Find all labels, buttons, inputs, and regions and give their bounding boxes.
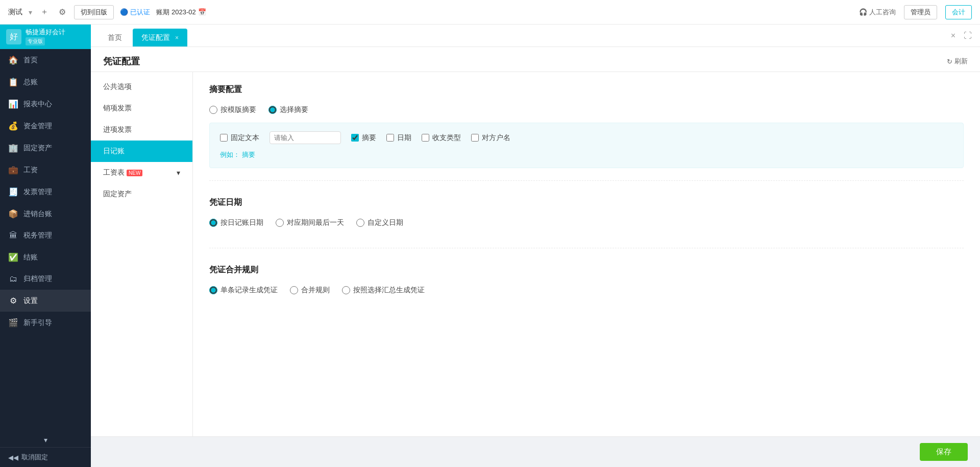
calendar-icon[interactable]: 📅 (198, 8, 206, 16)
sidebar-label-tax: 税务管理 (23, 231, 52, 240)
sidebar-item-invoices[interactable]: 🧾 发票管理 (0, 181, 91, 203)
tab-voucher-config[interactable]: 凭证配置 × (133, 29, 187, 46)
fixed-text-input[interactable] (270, 131, 341, 144)
nav-item-sales-invoice[interactable]: 销项发票 (91, 98, 192, 119)
role-button[interactable]: 管理员 (904, 5, 937, 19)
summary-checkbox-row: 固定文本 摘要 日期 (220, 131, 953, 144)
sidebar-item-tax[interactable]: 🏛 税务管理 (0, 225, 91, 246)
checkbox-payment-input[interactable] (422, 134, 429, 142)
sidebar-collapse-button[interactable]: ◀◀ 取消固定 (8, 453, 83, 462)
summary-radio-group: 按模版摘要 选择摘要 (209, 105, 964, 114)
nav-label-journal: 日记账 (103, 147, 125, 155)
radio-merge-input[interactable] (290, 286, 298, 294)
nav-label-public: 公共选项 (103, 82, 132, 90)
radio-select-summary[interactable]: 选择摘要 (268, 105, 308, 114)
fullscreen-button[interactable]: ⛶ (962, 29, 974, 42)
fixed-text-label: 固定文本 (231, 133, 259, 143)
home-icon: 🏠 (8, 55, 18, 65)
sidebar-item-ledger[interactable]: 📋 总账 (0, 71, 91, 93)
radio-summary-generate[interactable]: 按照选择汇总生成凭证 (342, 286, 425, 295)
nav-item-public[interactable]: 公共选项 (91, 76, 192, 98)
sidebar-label-closing: 结账 (23, 253, 38, 262)
sidebar-item-reports[interactable]: 📊 报表中心 (0, 93, 91, 115)
switch-version-button[interactable]: 切到旧版 (74, 5, 114, 19)
radio-single-record[interactable]: 单条记录生成凭证 (209, 286, 278, 295)
expand-icon: ▾ (177, 169, 180, 177)
closing-icon: ✅ (8, 252, 18, 262)
config-panel: 摘要配置 按模版摘要 选择摘要 (193, 72, 980, 436)
reports-icon: 📊 (8, 99, 18, 109)
close-tab-button[interactable]: × (949, 29, 958, 42)
logo-app-name: 畅捷通好会计 (26, 28, 65, 37)
checkbox-summary-input[interactable] (351, 134, 359, 142)
accountant-button[interactable]: 会计 (945, 5, 972, 19)
refresh-icon: ↻ (947, 58, 952, 65)
radio-merge-rule[interactable]: 合并规则 (290, 286, 330, 295)
checkbox-fixed-text-input[interactable] (220, 134, 228, 142)
radio-custom-date-label: 自定义日期 (368, 218, 403, 227)
radio-journal-date[interactable]: 按日记账日期 (209, 218, 263, 227)
sidebar-item-closing[interactable]: ✅ 结账 (0, 246, 91, 268)
sidebar-label-funds: 资金管理 (23, 122, 52, 131)
nav-item-purchase-invoice[interactable]: 进项发票 (91, 119, 192, 141)
refresh-button[interactable]: ↻ 刷新 (947, 57, 968, 66)
sidebar-item-funds[interactable]: 💰 资金管理 (0, 115, 91, 137)
sidebar-item-settings[interactable]: ⚙ 设置 (0, 290, 91, 312)
checkbox-counterparty-input[interactable] (471, 134, 479, 142)
tab-close-icon[interactable]: × (175, 34, 179, 41)
checkbox-date[interactable]: 日期 (386, 133, 411, 143)
checkbox-summary[interactable]: 摘要 (351, 133, 376, 143)
merge-section: 凭证合并规则 单条记录生成凭证 合并规则 按照选择汇总生成凭证 (209, 265, 964, 315)
sidebar-scroll-down[interactable]: ▾ (0, 433, 91, 447)
settings-icon: ⚙ (8, 296, 18, 306)
logo-text-block: 畅捷通好会计 专业版 (26, 28, 65, 46)
checkbox-payment-type[interactable]: 收支类型 (422, 133, 461, 143)
nav-item-fixed-assets[interactable]: 固定资产 (91, 183, 192, 205)
checkbox-fixed-text[interactable]: 固定文本 (220, 133, 259, 143)
sidebar-item-archive[interactable]: 🗂 归档管理 (0, 268, 91, 290)
project-name: 测试 (8, 8, 22, 17)
refresh-label: 刷新 (954, 57, 968, 66)
checkbox-date-input[interactable] (386, 134, 394, 142)
nav-label-sales-invoice: 销项发票 (103, 104, 132, 112)
radio-select-input[interactable] (268, 106, 277, 114)
sidebar-item-sales[interactable]: 📦 进销台账 (0, 203, 91, 225)
page-header: 凭证配置 ↻ 刷新 (91, 47, 980, 72)
radio-custom-date-input[interactable] (356, 219, 364, 227)
radio-template-summary[interactable]: 按模版摘要 (209, 105, 256, 114)
date-title: 凭证日期 (209, 197, 964, 208)
settings-icon[interactable]: ⚙ (57, 5, 68, 19)
consult-button[interactable]: 🎧 人工咨询 (859, 8, 896, 17)
summary-section: 摘要配置 按模版摘要 选择摘要 (209, 84, 964, 181)
radio-template-input[interactable] (209, 106, 217, 114)
sidebar-item-guide[interactable]: 🎬 新手引导 (0, 312, 91, 334)
sidebar-label-payroll: 工资 (23, 166, 38, 175)
radio-journal-date-input[interactable] (209, 219, 217, 227)
checkbox-counterparty[interactable]: 对方户名 (471, 133, 510, 143)
nav-item-payroll[interactable]: 工资表 NEW ▾ (91, 162, 192, 183)
radio-period-last-input[interactable] (276, 219, 284, 227)
radio-custom-date[interactable]: 自定义日期 (356, 218, 403, 227)
radio-single-input[interactable] (209, 286, 217, 294)
save-button[interactable]: 保存 (920, 443, 968, 461)
nav-item-journal[interactable]: 日记账 (91, 141, 192, 162)
nav-label-payroll: 工资表 (103, 168, 125, 177)
tab-voucher-label: 凭证配置 (141, 33, 170, 41)
payroll-icon: 💼 (8, 165, 18, 175)
assets-icon: 🏢 (8, 143, 18, 153)
sidebar-logo: 好 畅捷通好会计 专业版 (0, 25, 91, 49)
sidebar-item-home[interactable]: 🏠 首页 (0, 49, 91, 71)
header-right: 🎧 人工咨询 管理员 会计 (859, 5, 972, 19)
add-icon[interactable]: ＋ (38, 5, 51, 19)
collapse-arrow-icon: ◀◀ (8, 454, 18, 461)
date-radio-group: 按日记账日期 对应期间最后一天 自定义日期 (209, 218, 964, 227)
project-chevron-icon[interactable]: ▾ (29, 8, 32, 16)
sidebar-item-assets[interactable]: 🏢 固定资产 (0, 137, 91, 159)
sidebar-item-payroll[interactable]: 💼 工资 (0, 159, 91, 181)
tab-home[interactable]: 首页 (99, 29, 131, 46)
radio-period-last[interactable]: 对应期间最后一天 (276, 218, 344, 227)
sidebar-label-home: 首页 (23, 56, 38, 65)
tab-bar-actions: × ⛶ (949, 29, 974, 42)
nav-label-fixed-assets: 固定资产 (103, 190, 132, 198)
radio-summary-input[interactable] (342, 286, 350, 294)
